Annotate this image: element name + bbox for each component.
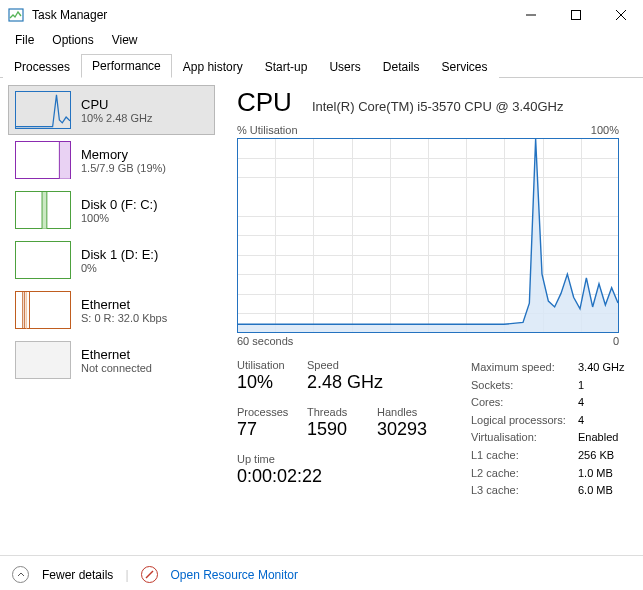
sidebar-item-sub: 100% [81, 212, 158, 224]
tab-app-history[interactable]: App history [172, 55, 254, 78]
footer: Fewer details | Open Resource Monitor [0, 555, 643, 590]
sidebar-item-disk0[interactable]: Disk 0 (F: C:) 100% [8, 185, 215, 235]
info-val: 1.0 MB [578, 465, 613, 483]
info-key: L1 cache: [471, 447, 578, 465]
stat-utilisation: Utilisation 10% [237, 359, 307, 396]
menu-file[interactable]: File [6, 31, 43, 49]
chart-ylabel: % Utilisation [237, 124, 298, 136]
sidebar-item-sub: 10% 2.48 GHz [81, 112, 153, 124]
chart-ymax: 100% [591, 124, 619, 136]
svg-rect-2 [571, 11, 580, 20]
chevron-up-icon[interactable] [12, 566, 29, 583]
tab-services[interactable]: Services [430, 55, 498, 78]
content-area: CPU 10% 2.48 GHz Memory 1.5/7.9 GB (19%)… [0, 78, 643, 555]
info-val: 256 KB [578, 447, 614, 465]
tab-users[interactable]: Users [318, 55, 371, 78]
tab-details[interactable]: Details [372, 55, 431, 78]
stats-right: Maximum speed:3.40 GHz Sockets:1 Cores:4… [471, 359, 624, 500]
tabbar: Processes Performance App history Start-… [0, 53, 643, 78]
sidebar-text: CPU 10% 2.48 GHz [81, 97, 153, 124]
info-val: Enabled [578, 429, 618, 447]
chart-top-labels: % Utilisation 100% [237, 124, 619, 136]
svg-line-14 [146, 571, 153, 578]
chart-xmax: 60 seconds [237, 335, 293, 347]
info-val: 1 [578, 377, 584, 395]
info-key: Sockets: [471, 377, 578, 395]
info-val: 6.0 MB [578, 482, 613, 500]
titlebar: Task Manager [0, 0, 643, 30]
sidebar-item-disk1[interactable]: Disk 1 (D: E:) 0% [8, 235, 215, 285]
stat-value: 1590 [307, 419, 377, 440]
chart-bottom-labels: 60 seconds 0 [237, 335, 619, 347]
info-val: 4 [578, 394, 584, 412]
menu-view[interactable]: View [103, 31, 147, 49]
resource-monitor-icon [141, 566, 158, 583]
ethernet-thumb-icon [15, 341, 71, 379]
info-key: Virtualisation: [471, 429, 578, 447]
window-title: Task Manager [32, 8, 508, 22]
stat-processes: Processes 77 [237, 406, 307, 443]
svg-rect-7 [42, 192, 47, 229]
sidebar-item-label: Ethernet [81, 347, 152, 362]
sidebar-text: Memory 1.5/7.9 GB (19%) [81, 147, 166, 174]
info-key: L3 cache: [471, 482, 578, 500]
sidebar-item-ethernet1[interactable]: Ethernet Not connected [8, 335, 215, 385]
stat-label: Handles [377, 406, 447, 418]
sidebar-text: Disk 0 (F: C:) 100% [81, 197, 158, 224]
main-header: CPU Intel(R) Core(TM) i5-3570 CPU @ 3.40… [237, 87, 629, 118]
sidebar-item-sub: S: 0 R: 32.0 Kbps [81, 312, 167, 324]
tab-processes[interactable]: Processes [3, 55, 81, 78]
stat-uptime: Up time 0:00:02:22 [237, 453, 447, 490]
stat-label: Threads [307, 406, 377, 418]
maximize-button[interactable] [553, 0, 598, 30]
sidebar-item-memory[interactable]: Memory 1.5/7.9 GB (19%) [8, 135, 215, 185]
sidebar: CPU 10% 2.48 GHz Memory 1.5/7.9 GB (19%)… [0, 78, 215, 555]
sidebar-text: Ethernet S: 0 R: 32.0 Kbps [81, 297, 167, 324]
cpu-thumb-icon [15, 91, 71, 129]
sidebar-item-label: CPU [81, 97, 153, 112]
memory-thumb-icon [15, 141, 71, 179]
stat-label: Utilisation [237, 359, 307, 371]
tab-startup[interactable]: Start-up [254, 55, 319, 78]
stat-threads: Threads 1590 [307, 406, 377, 443]
page-title: CPU [237, 87, 292, 118]
stat-label: Speed [307, 359, 447, 371]
stat-value: 77 [237, 419, 307, 440]
sidebar-item-sub: Not connected [81, 362, 152, 374]
sidebar-text: Disk 1 (D: E:) 0% [81, 247, 158, 274]
info-key: Maximum speed: [471, 359, 578, 377]
sidebar-item-cpu[interactable]: CPU 10% 2.48 GHz [8, 85, 215, 135]
stat-speed: Speed 2.48 GHz [307, 359, 447, 396]
info-key: L2 cache: [471, 465, 578, 483]
sidebar-item-sub: 1.5/7.9 GB (19%) [81, 162, 166, 174]
separator: | [125, 568, 128, 582]
stat-value: 0:00:02:22 [237, 466, 447, 487]
sidebar-item-label: Memory [81, 147, 166, 162]
close-button[interactable] [598, 0, 643, 30]
info-val: 3.40 GHz [578, 359, 624, 377]
menu-options[interactable]: Options [43, 31, 102, 49]
stats-left: Utilisation 10% Speed 2.48 GHz Processes… [237, 359, 447, 500]
stat-value: 30293 [377, 419, 447, 440]
chart-xmin: 0 [613, 335, 619, 347]
cpu-model: Intel(R) Core(TM) i5-3570 CPU @ 3.40GHz [312, 99, 564, 114]
stat-handles: Handles 30293 [377, 406, 447, 443]
task-manager-icon [8, 7, 24, 23]
open-resource-monitor-link[interactable]: Open Resource Monitor [171, 568, 298, 582]
sidebar-item-ethernet0[interactable]: Ethernet S: 0 R: 32.0 Kbps [8, 285, 215, 335]
disk-thumb-icon [15, 191, 71, 229]
sidebar-item-label: Disk 0 (F: C:) [81, 197, 158, 212]
sidebar-item-label: Disk 1 (D: E:) [81, 247, 158, 262]
cpu-utilisation-chart[interactable] [237, 138, 619, 333]
fewer-details-link[interactable]: Fewer details [42, 568, 113, 582]
ethernet-thumb-icon [15, 291, 71, 329]
stats-area: Utilisation 10% Speed 2.48 GHz Processes… [237, 359, 629, 500]
tab-performance[interactable]: Performance [81, 54, 172, 78]
stat-label: Up time [237, 453, 447, 465]
info-key: Logical processors: [471, 412, 578, 430]
minimize-button[interactable] [508, 0, 553, 30]
sidebar-text: Ethernet Not connected [81, 347, 152, 374]
info-key: Cores: [471, 394, 578, 412]
sidebar-item-sub: 0% [81, 262, 158, 274]
info-val: 4 [578, 412, 584, 430]
